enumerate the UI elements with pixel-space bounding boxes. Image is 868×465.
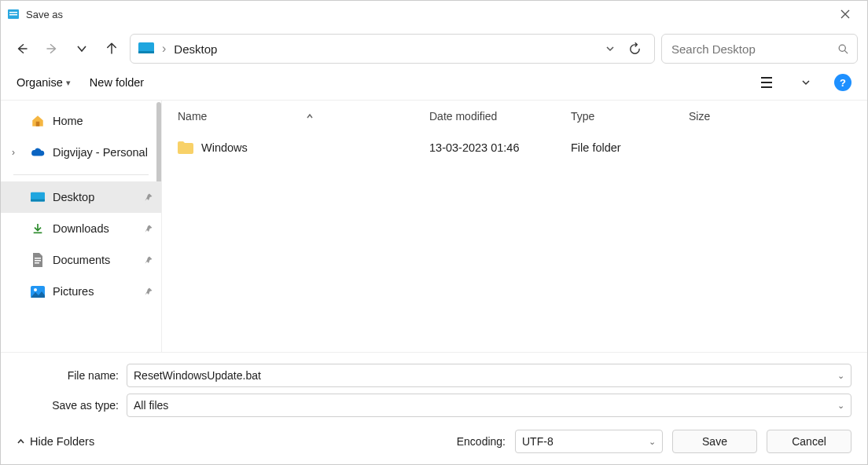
new-folder-button[interactable]: New folder: [90, 76, 144, 89]
desktop-icon: [138, 42, 154, 55]
encoding-select[interactable]: UTF-8 ⌄: [515, 430, 663, 453]
chevron-down-icon: [605, 44, 615, 53]
breadcrumb-location[interactable]: Desktop: [174, 42, 217, 56]
document-icon: [31, 253, 45, 267]
file-name: Windows: [201, 141, 248, 154]
arrow-right-icon: [45, 42, 59, 56]
sidebar-item-onedrive[interactable]: › Digvijay - Personal: [1, 137, 161, 168]
sidebar-label: Downloads: [53, 222, 109, 235]
main-area: Home › Digvijay - Personal Desktop: [1, 100, 867, 353]
sidebar: Home › Digvijay - Personal Desktop: [1, 101, 162, 352]
svg-rect-8: [31, 199, 45, 201]
sidebar-item-pictures[interactable]: Pictures: [1, 276, 161, 307]
back-button[interactable]: [10, 37, 34, 60]
organise-button[interactable]: Organise ▾: [17, 76, 71, 89]
new-folder-label: New folder: [90, 76, 144, 89]
sidebar-separator: [13, 174, 149, 175]
column-header-type[interactable]: Type: [571, 110, 689, 123]
list-icon: [761, 77, 775, 88]
svg-rect-9: [35, 258, 41, 259]
chevron-down-icon: ⌄: [837, 401, 844, 411]
arrow-left-icon: [15, 42, 29, 56]
desktop-icon: [31, 190, 45, 204]
breadcrumb-separator: ›: [162, 42, 166, 56]
svg-point-5: [839, 45, 845, 51]
column-header-name[interactable]: Name: [178, 110, 429, 123]
save-as-dialog: Save as › Desktop: [0, 0, 868, 465]
chevron-down-icon: [76, 43, 87, 54]
history-button[interactable]: [70, 37, 94, 60]
hide-folders-label: Hide Folders: [30, 435, 94, 448]
refresh-icon: [628, 42, 642, 56]
svg-point-13: [34, 288, 37, 291]
file-row[interactable]: Windows 13-03-2023 01:46 File folder: [178, 132, 851, 163]
savetype-value: All files: [134, 399, 168, 412]
filename-value: ResetWindowsUpdate.bat: [134, 369, 261, 382]
svg-rect-1: [9, 12, 17, 13]
search-icon: [837, 43, 849, 55]
up-button[interactable]: [100, 37, 123, 60]
pin-icon: [144, 255, 153, 265]
pin-icon: [144, 287, 153, 296]
organise-label: Organise: [17, 76, 63, 89]
file-type: File folder: [571, 141, 689, 154]
chevron-up-icon: [17, 438, 25, 446]
save-form: File name: ResetWindowsUpdate.bat ⌄ Save…: [1, 353, 867, 422]
filename-input[interactable]: ResetWindowsUpdate.bat ⌄: [127, 364, 851, 387]
save-button[interactable]: Save: [672, 430, 757, 453]
cancel-button[interactable]: Cancel: [767, 430, 851, 453]
sidebar-item-home[interactable]: Home: [1, 105, 161, 137]
home-icon: [31, 114, 45, 128]
savetype-label: Save as type:: [17, 399, 119, 412]
app-icon: [7, 8, 20, 20]
sidebar-label: Pictures: [53, 285, 94, 298]
file-date: 13-03-2023 01:46: [429, 141, 571, 154]
search-box[interactable]: [661, 34, 858, 64]
pin-icon: [144, 224, 153, 233]
close-button[interactable]: [829, 1, 861, 27]
view-options-button[interactable]: [759, 73, 778, 92]
sidebar-item-desktop[interactable]: Desktop: [1, 181, 161, 213]
address-dropdown[interactable]: [605, 44, 615, 53]
window-title: Save as: [26, 9, 63, 20]
cloud-icon: [31, 145, 45, 159]
forward-button[interactable]: [40, 37, 64, 60]
sidebar-label: Documents: [53, 254, 110, 266]
column-header-date[interactable]: Date modified: [429, 110, 571, 123]
chevron-down-icon: ⌄: [837, 371, 844, 381]
pictures-icon: [31, 284, 45, 298]
address-bar[interactable]: › Desktop: [130, 34, 655, 64]
svg-rect-6: [36, 122, 40, 126]
svg-rect-4: [138, 51, 154, 53]
help-button[interactable]: ?: [834, 74, 851, 91]
sidebar-item-downloads[interactable]: Downloads: [1, 213, 161, 244]
close-icon: [840, 9, 850, 19]
toolbar: Organise ▾ New folder ?: [1, 70, 867, 100]
titlebar: Save as: [1, 1, 867, 27]
hide-folders-button[interactable]: Hide Folders: [17, 435, 94, 448]
column-headers: Name Date modified Type Size: [178, 101, 851, 132]
arrow-up-icon: [105, 42, 119, 56]
caret-down-icon: ▾: [66, 78, 71, 88]
view-dropdown-button[interactable]: [796, 73, 815, 92]
svg-rect-11: [35, 262, 39, 264]
column-header-size[interactable]: Size: [689, 110, 851, 123]
dialog-footer: Hide Folders Encoding: UTF-8 ⌄ Save Canc…: [1, 422, 867, 464]
sort-asc-icon: [306, 112, 314, 120]
navigation-row: › Desktop: [1, 27, 867, 70]
encoding-value: UTF-8: [522, 435, 554, 448]
svg-rect-10: [35, 260, 41, 262]
refresh-button[interactable]: [623, 42, 646, 56]
encoding-label: Encoding:: [457, 435, 506, 448]
sidebar-item-documents[interactable]: Documents: [1, 244, 161, 276]
caret-down-icon: [802, 79, 810, 86]
chevron-right-icon: ›: [12, 147, 15, 158]
file-pane: Name Date modified Type Size Windows 13-…: [162, 101, 867, 352]
pin-icon: [144, 192, 153, 202]
folder-icon: [178, 141, 193, 154]
sidebar-label: Desktop: [53, 191, 94, 203]
search-input[interactable]: [670, 42, 837, 57]
chevron-down-icon: ⌄: [649, 437, 656, 447]
savetype-select[interactable]: All files ⌄: [127, 394, 851, 417]
sidebar-label: Home: [53, 115, 83, 127]
